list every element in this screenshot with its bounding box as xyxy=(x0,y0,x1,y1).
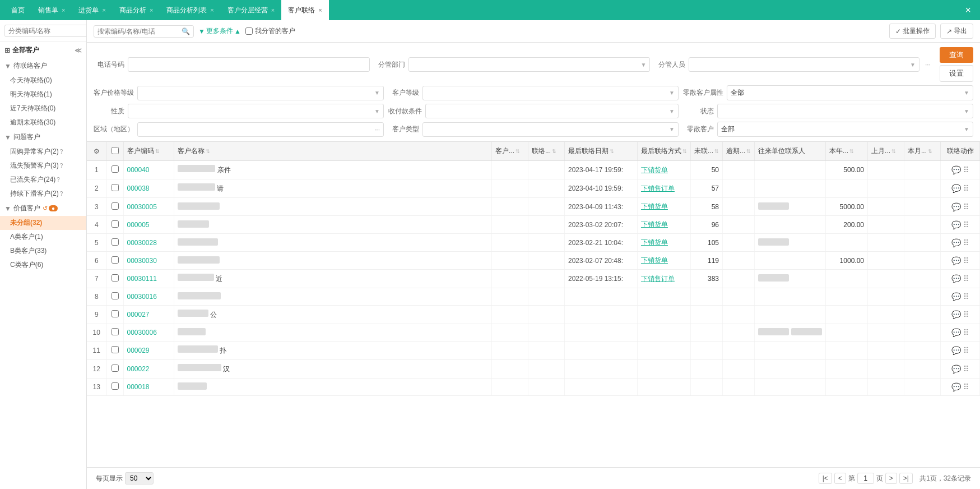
close-product-list-icon[interactable]: × xyxy=(210,7,213,13)
row-checkbox[interactable] xyxy=(112,382,119,390)
close-purchase-icon[interactable]: × xyxy=(102,7,105,13)
last-method-link[interactable]: 下销货单 xyxy=(641,256,668,264)
phone-input[interactable] xyxy=(128,57,370,72)
customer-code[interactable]: 000038 xyxy=(127,184,150,192)
more-action-icon[interactable]: ⠿ xyxy=(963,328,969,337)
row-checkbox[interactable] xyxy=(112,220,119,228)
scatter-customer-select[interactable]: 全部▼ xyxy=(717,122,973,137)
row-checkbox[interactable] xyxy=(112,202,119,210)
row-checkbox[interactable] xyxy=(112,238,119,246)
price-level-select[interactable]: ▼ xyxy=(137,86,384,100)
row-checkbox[interactable] xyxy=(112,328,119,335)
column-settings-icon[interactable]: ⚙ xyxy=(94,147,100,155)
close-customer-segment-icon[interactable]: × xyxy=(271,7,275,13)
nature-select[interactable]: ▼ xyxy=(128,104,384,118)
last-method-link[interactable]: 下销货单 xyxy=(641,166,668,174)
more-action-icon[interactable]: ⠿ xyxy=(963,202,969,211)
contact-action-icon[interactable]: 💬 xyxy=(951,365,961,373)
main-search-icon[interactable]: 🔍 xyxy=(182,27,190,35)
window-close-button[interactable]: × xyxy=(960,4,976,16)
row-checkbox[interactable] xyxy=(112,165,119,173)
contact-action-icon[interactable]: 💬 xyxy=(951,382,961,391)
customer-code[interactable]: 000018 xyxy=(127,383,150,391)
name-sort-icon[interactable]: ⇅ xyxy=(206,149,210,154)
sidebar-item-class-c[interactable]: C类客户(6) xyxy=(0,258,86,272)
batch-operation-button[interactable]: ✓ 批量操作 xyxy=(889,24,936,39)
more-action-icon[interactable]: ⠿ xyxy=(963,238,969,247)
nav-customer-segment[interactable]: 客户分层经营 × xyxy=(221,0,281,20)
main-search-input[interactable] xyxy=(97,27,182,35)
export-button[interactable]: ↗ 导出 xyxy=(940,24,973,39)
sidebar-item-abnormal[interactable]: 固购异常客户(2) ? xyxy=(0,145,86,159)
first-page-button[interactable]: |< xyxy=(819,473,832,484)
close-product-analysis-icon[interactable]: × xyxy=(150,7,153,13)
this-year-sort-icon[interactable]: ⇅ xyxy=(849,149,854,154)
more-action-icon[interactable]: ⠿ xyxy=(963,292,969,301)
contact-action-icon[interactable]: 💬 xyxy=(951,220,961,229)
sidebar-item-ungroup[interactable]: 未分组(32) xyxy=(0,216,86,230)
nav-product-analysis[interactable]: 商品分析 × xyxy=(113,0,160,20)
row-checkbox[interactable] xyxy=(112,310,119,317)
last-date-sort-icon[interactable]: ⇅ xyxy=(610,149,614,154)
customer-code[interactable]: 00030028 xyxy=(127,239,157,247)
contact-action-icon[interactable]: 💬 xyxy=(951,165,961,174)
customer-code[interactable]: 00030111 xyxy=(127,275,157,283)
nav-purchase[interactable]: 进货单 × xyxy=(72,0,112,20)
sidebar-item-overdue[interactable]: 逾期未联络(30) xyxy=(0,116,86,130)
region-more-icon[interactable]: ··· xyxy=(374,126,380,133)
last-page-button[interactable]: >| xyxy=(899,473,913,484)
manager-more-icon[interactable]: ··· xyxy=(925,61,931,68)
last-method-link[interactable]: 下销售订单 xyxy=(641,275,675,283)
sidebar-item-tomorrow[interactable]: 明天待联络(1) xyxy=(0,87,86,102)
more-action-icon[interactable]: ⠿ xyxy=(963,365,969,373)
customer-code[interactable]: 000005 xyxy=(127,221,150,229)
row-checkbox[interactable] xyxy=(112,184,119,191)
more-action-icon[interactable]: ⠿ xyxy=(963,310,969,319)
customer-code[interactable]: 000027 xyxy=(127,311,150,319)
customer-code[interactable]: 000040 xyxy=(127,166,150,174)
payment-select[interactable]: ▼ xyxy=(425,104,679,118)
row-checkbox[interactable] xyxy=(112,292,119,299)
sidebar-item-today[interactable]: 今天待联络(0) xyxy=(0,73,86,87)
row-checkbox[interactable] xyxy=(112,274,119,282)
customer-level-select[interactable]: ▼ xyxy=(422,86,679,100)
contact-action-icon[interactable]: 💬 xyxy=(951,310,961,319)
contact-action-icon[interactable]: 💬 xyxy=(951,184,961,193)
contact-action-icon[interactable]: 💬 xyxy=(951,292,961,301)
sidebar-item-churned[interactable]: 已流失客户(24) ? xyxy=(0,173,86,187)
sidebar-item-churn-warning[interactable]: 流失预警客户(3) ? xyxy=(0,159,86,173)
all-customers-header[interactable]: ⊞ 全部客户 ≪ xyxy=(0,42,86,58)
sidebar-item-class-b[interactable]: B类客户(33) xyxy=(0,244,86,258)
problem-customer-group[interactable]: ▼ 问题客户 xyxy=(0,130,86,145)
sidebar-search-input[interactable] xyxy=(4,25,87,37)
contact-sort-icon[interactable]: ⇅ xyxy=(552,149,556,154)
nav-sales[interactable]: 销售单 × xyxy=(31,0,72,20)
customer-type-select[interactable]: ▼ xyxy=(422,122,679,137)
customer-code[interactable]: 000029 xyxy=(127,347,150,354)
uncontact-sort-icon[interactable]: ⇅ xyxy=(714,149,719,154)
this-month-sort-icon[interactable]: ⇅ xyxy=(928,149,932,154)
contact-action-icon[interactable]: 💬 xyxy=(951,256,961,265)
customer-code[interactable]: 000022 xyxy=(127,365,150,373)
contact-action-icon[interactable]: 💬 xyxy=(951,346,961,355)
nav-home[interactable]: 首页 xyxy=(4,0,31,20)
code-sort-icon[interactable]: ⇅ xyxy=(155,149,160,154)
close-customer-contact-icon[interactable]: × xyxy=(318,7,322,13)
query-button[interactable]: 查询 xyxy=(940,47,973,63)
customer-code[interactable]: 00030005 xyxy=(127,203,157,211)
sidebar-item-declining[interactable]: 持续下滑客户(2) ? xyxy=(0,187,86,201)
more-action-icon[interactable]: ⠿ xyxy=(963,382,969,391)
select-all-checkbox[interactable] xyxy=(112,147,119,154)
manager-select[interactable]: ▼ xyxy=(689,57,919,72)
row-checkbox[interactable] xyxy=(112,346,119,353)
last-method-link[interactable]: 下销售订单 xyxy=(641,184,675,192)
more-action-icon[interactable]: ⠿ xyxy=(963,274,969,283)
region-select[interactable]: ··· xyxy=(137,122,384,137)
contact-action-icon[interactable]: 💬 xyxy=(951,238,961,247)
customer-code[interactable]: 00030016 xyxy=(127,293,157,301)
nav-product-list[interactable]: 商品分析列表 × xyxy=(160,0,220,20)
more-action-icon[interactable]: ⠿ xyxy=(963,346,969,355)
scatter-attr-select[interactable]: 全部▼ xyxy=(727,85,973,100)
contact-action-icon[interactable]: 💬 xyxy=(951,328,961,337)
nav-customer-contact[interactable]: 客户联络 × xyxy=(281,0,328,20)
